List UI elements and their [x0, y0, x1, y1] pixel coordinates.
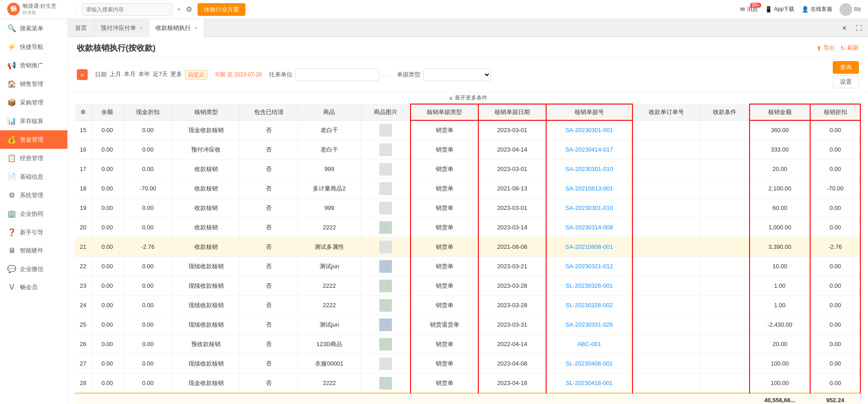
date-label: 日期 — [95, 71, 107, 79]
cancel-bill-link[interactable]: SA-20230414-017 — [566, 146, 613, 153]
td-cancel-bill-no[interactable]: SA-20210813-001 — [546, 179, 632, 198]
td-cancel-amount: 2,100.00 — [750, 179, 810, 198]
td-cancel-amount: 10.00 — [750, 257, 810, 276]
sidebar-label-11: 新手引导 — [20, 228, 43, 237]
cancel-bill-link[interactable]: SA-20230301-010 — [566, 204, 613, 211]
td-cancel-bill-no[interactable]: SA-20230314-008 — [546, 218, 632, 237]
date-this-year[interactable]: 本年 — [138, 70, 150, 80]
sidebar-item-4[interactable]: 📦采购管理 — [0, 93, 67, 112]
td-cancel-bill-no[interactable]: SA-20230331-026 — [546, 315, 632, 334]
td-receipt-order-no — [632, 354, 700, 373]
td-receipt-order-no — [632, 295, 700, 315]
query-btn[interactable]: 查询 — [833, 61, 859, 74]
sidebar-item-13[interactable]: 💬企业微信 — [0, 260, 67, 278]
td-cancel-bill-no[interactable]: ABC-001 — [546, 334, 632, 354]
td-receipt-order-no — [632, 276, 700, 295]
sidebar-item-12[interactable]: 🖥智能硬件 — [0, 242, 67, 260]
tab-expand-btn[interactable]: ⛶ — [854, 23, 864, 33]
settings-btn[interactable]: 设置 — [833, 76, 859, 88]
tab2-close-icon[interactable]: × — [194, 25, 197, 31]
td-id: 22 — [75, 257, 91, 276]
sidebar-item-1[interactable]: ⚡快捷导航 — [0, 38, 67, 56]
td-balance: 0.00 — [91, 373, 123, 393]
cancel-bill-link[interactable]: SL-20230418-001 — [566, 380, 613, 386]
sidebar-item-6[interactable]: 💰资金管理 — [0, 130, 67, 149]
cancel-bill-link[interactable]: SL-20230328-001 — [566, 282, 613, 289]
date-this-month[interactable]: 本月 — [124, 70, 136, 80]
filter-date-group: 日期 上月 本月 本年 近7天 更多 自定义 — [95, 70, 208, 80]
td-cash-discount: 0.00 — [123, 159, 172, 179]
sidebar-item-9[interactable]: ⚙系统管理 — [0, 186, 67, 204]
sidebar-item-3[interactable]: 🏠销售管理 — [0, 75, 67, 93]
td-cancel-bill-no[interactable]: SL-20230328-001 — [546, 276, 632, 295]
user-menu[interactable]: Rit — [840, 3, 861, 16]
tab-home[interactable]: 首页 — [68, 19, 94, 37]
settings-icon[interactable]: ⚙ — [186, 5, 192, 14]
app-download-btn[interactable]: 📱 App下载 — [765, 5, 794, 13]
cancel-bill-link[interactable]: SA-20210808-001 — [566, 243, 613, 250]
date-more[interactable]: 更多 — [170, 70, 182, 80]
td-cancel-bill-no[interactable]: SA-20230301-010 — [546, 159, 632, 179]
cancel-bill-link[interactable]: SL-20230328-002 — [566, 302, 613, 309]
td-cancel-bill-no[interactable]: SA-20230414-017 — [546, 140, 632, 159]
industry-btn[interactable]: 休验行业方案 — [198, 3, 245, 16]
td-cancel-discount: 0.00 — [810, 373, 860, 393]
td-receipt-condition — [700, 140, 750, 159]
date-last-month[interactable]: 上月 — [109, 70, 121, 80]
td-cancel-bill-no[interactable]: SL-20230418-001 — [546, 373, 632, 393]
table-wrapper[interactable]: ⚙ 余额 现金折扣 核销类型 包含已结清 商品 商品图片 核销单据类型 核销单据… — [68, 104, 868, 404]
refresh-btn[interactable]: ↻ 刷新 — [840, 44, 859, 52]
td-cancel-bill-no[interactable]: SA-20230321-012 — [546, 257, 632, 276]
th-settings[interactable]: ⚙ — [75, 104, 91, 120]
sidebar-item-0[interactable]: 🔍搜索菜单 — [0, 19, 67, 38]
date-7-days[interactable]: 近7天 — [153, 70, 168, 80]
td-cancel-bill-date: 2023-04-08 — [478, 354, 546, 373]
td-balance: 0.00 — [91, 179, 123, 198]
td-cancel-bill-no[interactable]: SL-20230408-001 — [546, 354, 632, 373]
sidebar-item-8[interactable]: 📄基础信息 — [0, 167, 67, 186]
cancel-bill-link[interactable]: SL-20230408-001 — [566, 360, 613, 367]
td-receipt-condition — [700, 237, 750, 257]
td-cancel-bill-no[interactable]: SL-20230328-002 — [546, 295, 632, 315]
cancel-bill-link[interactable]: SA-20230321-012 — [566, 263, 613, 270]
td-cancel-bill-date: 2022-04-14 — [478, 334, 546, 354]
top-search-input[interactable] — [82, 3, 172, 16]
td-receipt-condition — [700, 179, 750, 198]
td-cancel-bill-no[interactable]: SA-20230301-001 — [546, 120, 632, 140]
cancel-bill-link[interactable]: ABC-001 — [577, 341, 601, 347]
tab-prepay[interactable]: 预付冲应付单 × — [94, 19, 149, 37]
sidebar-item-7[interactable]: 📋经营管理 — [0, 149, 67, 167]
from-unit-input[interactable] — [295, 68, 379, 81]
sidebar-item-14[interactable]: V畅会员 — [0, 278, 67, 296]
tab-close-all-btn[interactable]: ✕ — [839, 23, 850, 33]
table-row: 28 0.00 0.00 现金收款核销 否 2222 销货单 2023-04-1… — [75, 373, 860, 393]
date-custom[interactable]: 自定义 — [185, 70, 208, 80]
td-cancel-bill-no[interactable]: SA-20230301-010 — [546, 198, 632, 218]
bill-type-label: 单据类型 — [397, 71, 420, 79]
td-balance: 0.00 — [91, 276, 123, 295]
logo-text: 畅捷通·好生意 — [23, 3, 57, 9]
online-support-btn[interactable]: 👤 在线客服 — [802, 5, 832, 13]
bill-type-select[interactable]: 销货单 销货退货单 — [423, 68, 491, 81]
td-cancel-bill-type: 销货单 — [410, 295, 478, 315]
cancel-bill-link[interactable]: SA-20230301-010 — [566, 166, 613, 172]
th-goods-img: 商品图片 — [361, 104, 410, 120]
td-id: 19 — [75, 198, 91, 218]
cancel-bill-link[interactable]: SA-20210813-001 — [566, 185, 613, 192]
notifications-btn[interactable]: ✉ 消息 99+ — [740, 5, 758, 13]
cancel-bill-link[interactable]: SA-20230314-008 — [566, 224, 613, 231]
filter-expand-btn[interactable]: » — [77, 69, 88, 80]
sidebar-item-5[interactable]: 📊库存核算 — [0, 112, 67, 130]
sidebar-item-2[interactable]: 📢营销推广 — [0, 56, 67, 75]
expand-more-btn[interactable]: ∨ 展开更多条件 — [449, 94, 487, 102]
td-cancel-amount: 60.00 — [750, 198, 810, 218]
tab1-close-icon[interactable]: × — [140, 25, 142, 31]
export-btn[interactable]: ⬆ 导出 — [816, 44, 835, 52]
sidebar-item-10[interactable]: 🏢企业协同 — [0, 204, 67, 223]
tab-cancel[interactable]: 收款核销执行 × — [149, 19, 204, 37]
search-dropdown[interactable]: ▾ — [178, 6, 180, 13]
sidebar-item-11[interactable]: ❓新手引导 — [0, 223, 67, 242]
td-cancel-bill-no[interactable]: SA-20210808-001 — [546, 237, 632, 257]
cancel-bill-link[interactable]: SA-20230331-026 — [566, 321, 613, 328]
cancel-bill-link[interactable]: SA-20230301-001 — [566, 127, 613, 133]
